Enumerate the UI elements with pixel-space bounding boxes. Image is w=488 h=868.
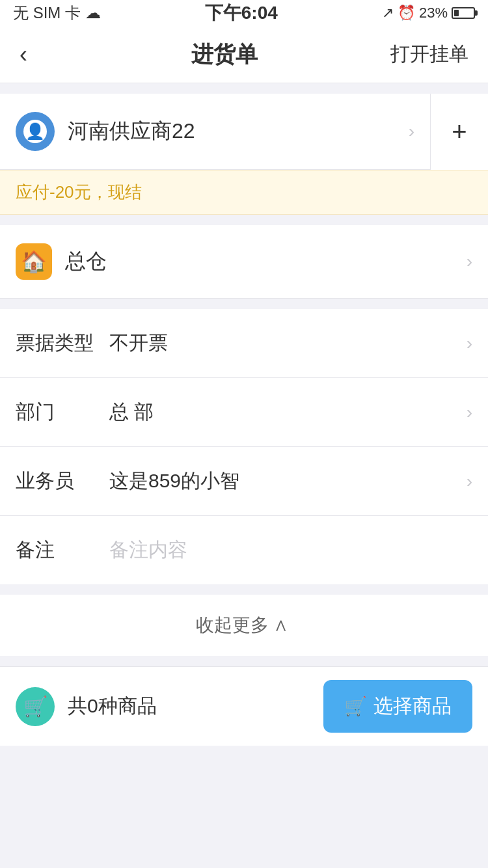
notice-text: 应付-20元，现结 — [16, 182, 142, 202]
notice-banner: 应付-20元，现结 — [0, 170, 488, 215]
status-time: 下午6:04 — [205, 1, 278, 25]
warehouse-name: 总仓 — [65, 247, 467, 276]
status-bar: 无 SIM 卡 ☁ 下午6:04 ↗ ⏰ 23% — [0, 0, 488, 26]
sim-label: 无 SIM 卡 ☁ — [13, 3, 101, 23]
department-row[interactable]: 部门 总 部 › — [0, 378, 488, 447]
status-right: ↗ ⏰ 23% — [382, 5, 475, 21]
invoice-type-row[interactable]: 票据类型 不开票 › — [0, 309, 488, 378]
battery-icon — [452, 7, 475, 19]
remark-label: 备注 — [16, 537, 94, 563]
person-icon: 👤 — [25, 122, 45, 141]
select-btn-label: 选择商品 — [373, 693, 452, 720]
remark-row[interactable]: 备注 备注内容 — [0, 516, 488, 584]
department-chevron-icon: › — [467, 402, 472, 423]
department-label: 部门 — [16, 399, 94, 426]
select-product-button[interactable]: 🛒 选择商品 — [323, 680, 472, 733]
collapse-button[interactable]: 收起更多 ∧ — [0, 595, 488, 656]
product-cart-icon: 🛒 — [23, 695, 47, 718]
supplier-row[interactable]: 👤 河南供应商22 › — [0, 94, 430, 170]
gray-fill-area — [0, 746, 488, 868]
supplier-section: 👤 河南供应商22 › + — [0, 94, 488, 170]
warehouse-row[interactable]: 🏠 总仓 › — [0, 225, 488, 299]
salesperson-value: 这是859的小智 — [94, 468, 467, 495]
warehouse-icon-wrap: 🏠 — [16, 243, 52, 280]
collapse-label: 收起更多 ∧ — [196, 613, 289, 638]
product-icon-wrap: 🛒 — [16, 687, 55, 726]
warehouse-chevron-icon: › — [467, 251, 472, 272]
bottom-bar: 🛒 共0种商品 🛒 选择商品 — [0, 666, 488, 746]
invoice-type-label: 票据类型 — [16, 330, 94, 357]
salesperson-chevron-icon: › — [467, 471, 472, 492]
supplier-name: 河南供应商22 — [68, 117, 409, 146]
page-title: 进货单 — [191, 40, 258, 70]
avatar: 👤 — [16, 112, 55, 151]
select-btn-icon: 🛒 — [344, 696, 367, 717]
spacer — [0, 215, 488, 225]
status-left: 无 SIM 卡 ☁ — [13, 3, 101, 23]
battery-percentage: 23% — [419, 5, 448, 21]
warehouse-icon: 🏠 — [21, 249, 47, 274]
open-hang-button[interactable]: 打开挂单 — [390, 41, 468, 68]
form-section: 票据类型 不开票 › 部门 总 部 › 业务员 这是859的小智 › 备注 备注… — [0, 309, 488, 584]
remark-placeholder: 备注内容 — [94, 537, 472, 563]
invoice-type-chevron-icon: › — [467, 333, 472, 354]
chevron-right-icon: › — [409, 121, 414, 142]
alarm-icon: ⏰ — [398, 5, 415, 21]
salesperson-label: 业务员 — [16, 468, 94, 495]
content-area: 👤 河南供应商22 › + 应付-20元，现结 🏠 总仓 › 票据类型 不开票 … — [0, 83, 488, 868]
nav-bar: ‹ 进货单 打开挂单 — [0, 26, 488, 83]
add-supplier-button[interactable]: + — [431, 94, 488, 170]
back-button[interactable]: ‹ — [20, 41, 59, 68]
salesperson-row[interactable]: 业务员 这是859的小智 › — [0, 447, 488, 516]
department-value: 总 部 — [94, 399, 467, 426]
invoice-type-value: 不开票 — [94, 330, 467, 357]
product-count: 共0种商品 — [68, 693, 323, 720]
location-icon: ↗ — [382, 5, 394, 21]
